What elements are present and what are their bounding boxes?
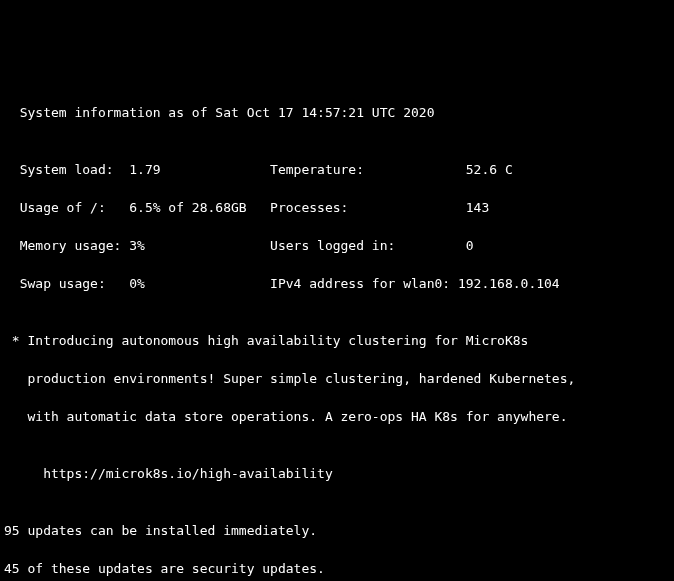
motd-system-load-temp: System load: 1.79 Temperature: 52.6 C bbox=[4, 160, 670, 179]
motd-swap-ipv4: Swap usage: 0% IPv4 address for wlan0: 1… bbox=[4, 274, 670, 293]
motd-microk8s-line-3: with automatic data store operations. A … bbox=[4, 407, 670, 426]
motd-microk8s-line-2: production environments! Super simple cl… bbox=[4, 369, 670, 388]
terminal-output[interactable]: System information as of Sat Oct 17 14:5… bbox=[4, 84, 670, 581]
motd-updates-available: 95 updates can be installed immediately. bbox=[4, 521, 670, 540]
motd-sys-info-header: System information as of Sat Oct 17 14:5… bbox=[4, 103, 670, 122]
motd-microk8s-line-1: * Introducing autonomous high availabili… bbox=[4, 331, 670, 350]
motd-disk-processes: Usage of /: 6.5% of 28.68GB Processes: 1… bbox=[4, 198, 670, 217]
motd-security-updates: 45 of these updates are security updates… bbox=[4, 559, 670, 578]
motd-memory-users: Memory usage: 3% Users logged in: 0 bbox=[4, 236, 670, 255]
motd-microk8s-url: https://microk8s.io/high-availability bbox=[4, 464, 670, 483]
